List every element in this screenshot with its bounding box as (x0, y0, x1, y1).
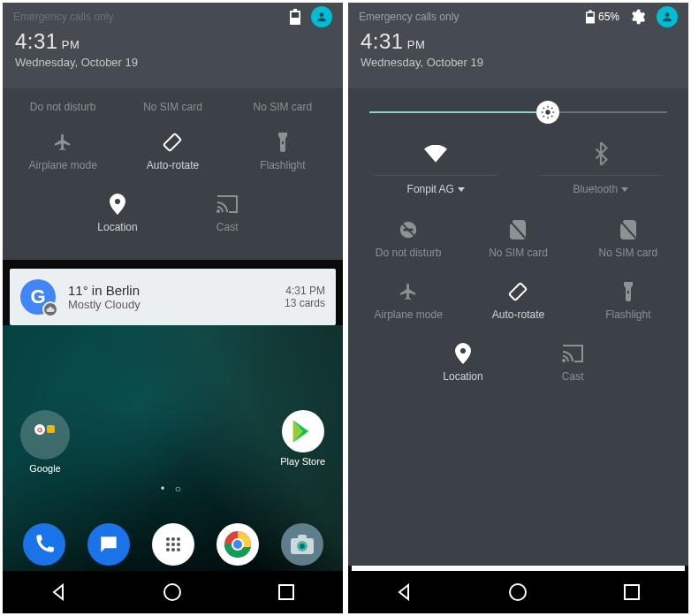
quick-settings-expanded: Emergency calls only 65% 4:31PM Wednesda… (348, 3, 688, 566)
svg-rect-2 (282, 141, 284, 144)
svg-point-20 (233, 540, 242, 549)
clock: 4:31PM (15, 29, 330, 54)
user-avatar[interactable] (657, 6, 678, 27)
notification-time: 4:31 PM (285, 285, 325, 297)
svg-point-13 (166, 548, 170, 551)
app-play-store[interactable]: Play Store (280, 410, 325, 474)
clock-ampm: PM (62, 38, 80, 51)
nav-home[interactable] (491, 576, 544, 608)
emergency-label: Emergency calls only (359, 11, 459, 23)
tile-label: Airplane mode (374, 308, 442, 321)
tile-autorotate[interactable]: Auto-rotate (118, 120, 227, 182)
svg-rect-46 (625, 585, 639, 599)
nav-home[interactable] (146, 576, 199, 608)
nav-recent[interactable] (260, 576, 313, 608)
notification-subtitle: Mostly Cloudy (68, 298, 285, 311)
svg-rect-22 (298, 535, 307, 540)
svg-line-35 (543, 116, 544, 117)
nav-back[interactable] (378, 576, 431, 608)
tile-label: Auto-rotate (492, 308, 544, 321)
clock-ampm: PM (407, 38, 426, 51)
app-phone[interactable] (23, 523, 65, 566)
wifi-icon (424, 141, 447, 166)
chevron-down-icon (621, 187, 628, 192)
tile-location[interactable]: Location (63, 182, 172, 244)
airplane-icon (53, 131, 72, 154)
svg-rect-26 (279, 585, 293, 599)
navigation-bar (348, 571, 688, 613)
sim-icon (620, 218, 636, 241)
tile-label: Flashlight (605, 308, 650, 321)
navigation-bar (3, 571, 343, 613)
notification-card[interactable]: G 11° in Berlin Mostly Cloudy 4:31 PM 13… (10, 269, 336, 325)
svg-rect-27 (587, 13, 593, 17)
battery-percent: 65% (598, 11, 619, 23)
emergency-label: Emergency calls only (13, 11, 113, 23)
autorotate-icon (162, 131, 183, 154)
tile-label: No SIM card (253, 101, 312, 113)
tile-label: Auto-rotate (147, 159, 199, 171)
nav-back[interactable] (33, 576, 86, 608)
tile-flashlight[interactable]: Flashlight (228, 120, 338, 182)
tile-sim1[interactable]: No SIM card (463, 208, 573, 270)
tile-label: Do not disturb (376, 247, 442, 259)
date-label: Wednesday, October 19 (15, 56, 330, 69)
notification-title: 11° in Berlin (68, 283, 285, 298)
user-avatar[interactable] (311, 6, 332, 27)
clock-time: 4:31 (15, 29, 58, 53)
notification-app-icon: G (20, 279, 56, 315)
brightness-thumb[interactable] (536, 101, 559, 124)
tile-sim2[interactable]: No SIM card (228, 95, 338, 120)
app-label: Play Store (280, 456, 325, 467)
notification-meta: 13 cards (285, 297, 325, 309)
tile-label: Do not disturb (30, 101, 96, 113)
bluetooth-icon (594, 141, 608, 166)
home-screen[interactable]: G Google Play Store • ○ (3, 325, 343, 571)
svg-line-34 (551, 116, 552, 117)
clock-time: 4:31 (361, 29, 404, 53)
tile-dnd[interactable]: Do not disturb (353, 208, 463, 270)
autorotate-icon (507, 280, 528, 303)
tile-airplane[interactable]: Airplane mode (8, 120, 118, 182)
svg-point-8 (171, 537, 175, 541)
tile-bluetooth[interactable]: Bluetooth (519, 129, 684, 204)
battery-icon (586, 10, 595, 24)
tile-flashlight[interactable]: Flashlight (573, 270, 683, 331)
status-bar: Emergency calls only (3, 3, 343, 27)
settings-icon[interactable] (628, 8, 646, 26)
tile-label: No SIM card (143, 101, 202, 113)
tile-cast[interactable]: Cast (518, 331, 627, 393)
svg-point-28 (546, 110, 551, 114)
app-drawer[interactable] (152, 523, 194, 566)
tile-location[interactable]: Location (408, 331, 518, 393)
svg-text:G: G (37, 426, 42, 434)
brightness-slider[interactable] (348, 88, 688, 129)
status-bar: Emergency calls only 65% (348, 3, 688, 27)
app-messages[interactable] (87, 523, 130, 566)
svg-point-11 (171, 543, 175, 546)
tile-cast[interactable]: Cast (172, 182, 282, 244)
dnd-icon (399, 218, 418, 241)
tile-label: Location (97, 221, 137, 233)
wifi-label: Fonpit AG (407, 183, 454, 195)
svg-line-33 (543, 108, 544, 109)
page-indicator: • ○ (3, 483, 343, 495)
tile-dnd[interactable]: Do not disturb (8, 95, 118, 120)
svg-point-44 (562, 359, 566, 362)
location-icon (455, 342, 471, 365)
app-chrome[interactable] (216, 523, 259, 566)
flashlight-icon (274, 131, 292, 154)
dock (3, 516, 343, 571)
tile-autorotate[interactable]: Auto-rotate (463, 270, 573, 331)
tile-wifi[interactable]: Fonpit AG (353, 129, 519, 204)
tile-sim2[interactable]: No SIM card (573, 208, 683, 270)
date-label: Wednesday, October 19 (361, 56, 676, 69)
phone-right: Emergency calls only 65% 4:31PM Wednesda… (348, 3, 688, 613)
tile-sim1[interactable]: No SIM card (118, 95, 227, 120)
tile-airplane[interactable]: Airplane mode (353, 270, 463, 331)
nav-recent[interactable] (605, 576, 658, 608)
svg-rect-0 (292, 12, 299, 18)
svg-point-7 (166, 537, 170, 541)
folder-google[interactable]: G Google (20, 410, 70, 474)
app-camera[interactable] (281, 523, 323, 566)
